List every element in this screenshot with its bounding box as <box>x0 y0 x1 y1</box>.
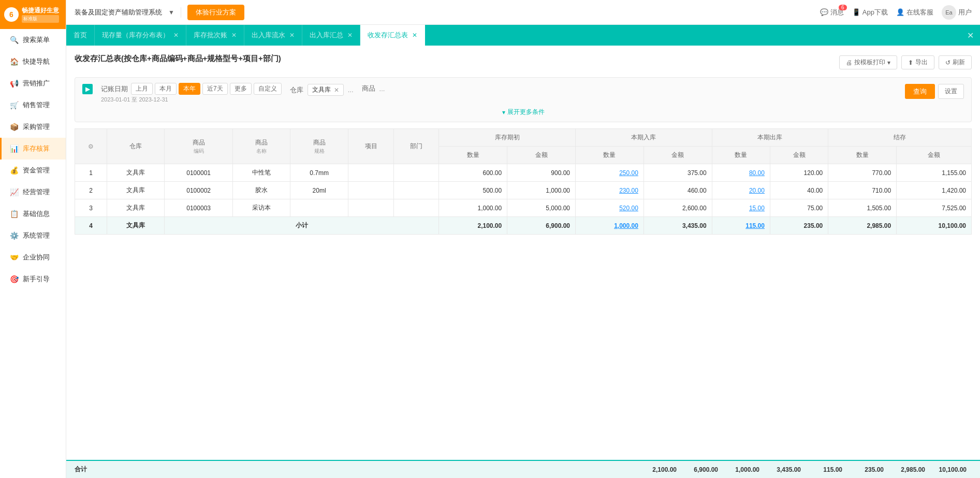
cell-in-qty-1[interactable]: 250.00 <box>576 164 644 182</box>
warehouse-tag-remove[interactable]: ✕ <box>334 86 339 94</box>
business-icon: 📈 <box>10 188 19 196</box>
marketing-icon: 📢 <box>10 79 19 88</box>
date-quick-btns: 上月 本月 本年 近7天 更多 自定义 <box>131 83 282 95</box>
cell-out-qty-2[interactable]: 20.00 <box>712 182 770 199</box>
cell-bal-qty-1: 770.00 <box>828 164 897 182</box>
finance-icon: 💰 <box>10 166 19 175</box>
tab-close-batch[interactable]: ✕ <box>231 32 237 39</box>
tab-close-inout-flow[interactable]: ✕ <box>289 32 295 39</box>
tab-inout-flow[interactable]: 出入库流水 ✕ <box>244 25 302 46</box>
th-out-group: 本期出库 <box>712 129 828 147</box>
sales-icon: 🛒 <box>10 101 19 109</box>
system-title: 装备及固定资产辅助管理系统 <box>75 8 162 17</box>
warehouse-more-btn[interactable]: ... <box>348 86 354 94</box>
cell-subtotal-out-amt: 235.00 <box>770 217 828 235</box>
th-warehouse: 仓库 <box>107 129 165 164</box>
filter-toggle-btn[interactable]: ▶ <box>82 84 93 94</box>
app-download-btn[interactable]: 📱 App下载 <box>852 8 888 17</box>
refresh-btn[interactable]: ↺ 刷新 <box>939 55 972 69</box>
query-btn[interactable]: 查询 <box>905 84 935 99</box>
sidebar-item-purchase[interactable]: 📦 采购管理 <box>0 116 66 138</box>
sidebar-item-inventory[interactable]: 📊 库存核算 <box>0 138 66 160</box>
sidebar: 6 畅捷通好生意 标准版 🔍 搜索菜单 🏠 快捷导航 📢 营销推广 🛒 销售管理… <box>0 0 66 478</box>
footer-label: 合计 <box>75 465 157 474</box>
footer-open-amt: 6,900.00 <box>682 466 723 473</box>
cell-subtotal-bal-qty: 2,985.00 <box>828 217 897 235</box>
th-settings[interactable]: ⚙ <box>75 129 107 164</box>
export-btn[interactable]: ⬆ 导出 <box>901 55 934 69</box>
cell-subtotal-index: 4 <box>75 217 107 235</box>
th-opening-group: 库存期初 <box>439 129 576 147</box>
date-btn-7days[interactable]: 近7天 <box>202 83 228 95</box>
online-service-btn[interactable]: 👤 在线客服 <box>896 8 933 17</box>
cell-subtotal-in-qty[interactable]: 1,000.00 <box>576 217 644 235</box>
filter-action-btns: 查询 设置 <box>905 84 964 99</box>
th-open-qty: 数量 <box>439 147 507 164</box>
footer-bal-amt: 10,100.00 <box>930 466 972 473</box>
th-bal-amt: 金额 <box>897 147 972 164</box>
user-btn[interactable]: Ea 用户 <box>942 5 972 20</box>
collab-icon: 🤝 <box>10 253 19 262</box>
sidebar-item-basic[interactable]: 📋 基础信息 <box>0 203 66 225</box>
cell-bal-qty-2: 710.00 <box>828 182 897 199</box>
table-settings-icon[interactable]: ⚙ <box>88 143 94 150</box>
sidebar-item-guide[interactable]: 🎯 新手引导 <box>0 268 66 290</box>
search-icon: 🔍 <box>10 36 19 44</box>
refresh-icon: ↺ <box>945 59 950 66</box>
tab-close-recv-send[interactable]: ✕ <box>412 32 417 39</box>
sidebar-item-system[interactable]: ⚙️ 系统管理 <box>0 225 66 247</box>
sidebar-item-quick[interactable]: 🏠 快捷导航 <box>0 51 66 73</box>
date-btn-thismonth[interactable]: 本月 <box>155 83 177 95</box>
tab-close-all-btn[interactable]: ✕ <box>961 31 980 40</box>
date-btn-custom[interactable]: 自定义 <box>254 83 282 95</box>
expand-conditions-btn[interactable]: ▾ 展开更多条件 <box>502 108 545 117</box>
footer-open-qty: 2,100.00 <box>640 466 682 473</box>
cell-code-1: 0100001 <box>165 164 233 182</box>
cell-open-amt-3: 5,000.00 <box>507 199 576 217</box>
cell-in-qty-2[interactable]: 230.00 <box>576 182 644 199</box>
main-content: 装备及固定资产辅助管理系统 ▼ 体验行业方案 💬 消息 6 📱 App下载 👤 … <box>66 0 980 478</box>
message-btn[interactable]: 💬 消息 6 <box>820 8 844 17</box>
cell-index-1: 1 <box>75 164 107 182</box>
phone-icon: 📱 <box>852 8 860 16</box>
sidebar-item-finance[interactable]: 💰 资金管理 <box>0 160 66 181</box>
tab-stock-dist[interactable]: 现存量（库存分布表） ✕ <box>95 25 186 46</box>
footer-bal-qty: 2,985.00 <box>889 466 930 473</box>
th-goods-spec: 商品规格 <box>290 129 348 164</box>
cell-open-qty-2: 500.00 <box>439 182 507 199</box>
date-btn-thisyear[interactable]: 本年 <box>179 83 200 95</box>
sidebar-item-collab[interactable]: 🤝 企业协同 <box>0 247 66 268</box>
cell-out-amt-3: 75.00 <box>770 199 828 217</box>
tab-home[interactable]: 首页 <box>66 25 95 46</box>
tab-recv-send[interactable]: 收发存汇总表 ✕ <box>360 25 425 46</box>
tab-inout-summary[interactable]: 出入库汇总 ✕ <box>302 25 360 46</box>
cell-out-qty-3[interactable]: 15.00 <box>712 199 770 217</box>
print-template-btn[interactable]: 🖨 按模板打印 ▾ <box>839 55 897 69</box>
settings-btn[interactable]: 设置 <box>938 84 964 99</box>
cell-subtotal-out-qty[interactable]: 115.00 <box>712 217 770 235</box>
tab-batch[interactable]: 库存批次账 ✕ <box>186 25 244 46</box>
experience-button[interactable]: 体验行业方案 <box>187 5 244 20</box>
cell-bal-amt-3: 7,525.00 <box>897 199 972 217</box>
cell-in-qty-3[interactable]: 520.00 <box>576 199 644 217</box>
sidebar-item-search[interactable]: 🔍 搜索菜单 <box>0 29 66 51</box>
cell-out-qty-1[interactable]: 80.00 <box>712 164 770 182</box>
sidebar-item-business[interactable]: 📈 经营管理 <box>0 181 66 203</box>
th-project: 项目 <box>348 129 394 164</box>
date-btn-lastmonth[interactable]: 上月 <box>131 83 153 95</box>
tab-close-stock-dist[interactable]: ✕ <box>173 32 179 39</box>
warehouse-filter: 仓库 文具库 ✕ ... <box>290 84 354 96</box>
sidebar-item-sales[interactable]: 🛒 销售管理 <box>0 94 66 116</box>
service-icon: 👤 <box>896 8 904 16</box>
warehouse-tag[interactable]: 文具库 ✕ <box>308 84 344 96</box>
cell-warehouse-3: 文具库 <box>107 199 165 217</box>
date-btn-more[interactable]: 更多 <box>230 83 252 95</box>
cell-index-2: 2 <box>75 182 107 199</box>
sidebar-item-marketing[interactable]: 📢 营销推广 <box>0 73 66 94</box>
cell-bal-amt-2: 1,420.00 <box>897 182 972 199</box>
cell-open-amt-2: 1,000.00 <box>507 182 576 199</box>
tab-close-inout-summary[interactable]: ✕ <box>347 32 353 39</box>
system-dropdown[interactable]: ▼ <box>168 9 174 16</box>
goods-more-btn[interactable]: ... <box>379 85 385 93</box>
th-open-amt: 金额 <box>507 147 576 164</box>
